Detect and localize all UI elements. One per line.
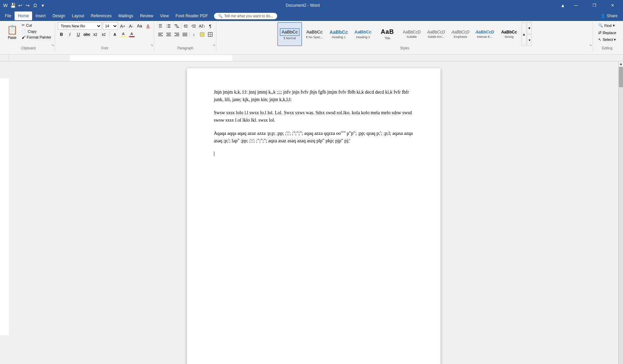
minimize-button[interactable]: —: [568, 0, 584, 11]
paste-button[interactable]: 📋 Paste: [4, 22, 20, 41]
share-button[interactable]: 👤 Share: [596, 12, 622, 20]
menu-view[interactable]: View: [157, 11, 172, 20]
style-normal[interactable]: AaBbCc ¶ Normal: [278, 22, 302, 46]
style-strong[interactable]: AaBbCc Strong: [497, 22, 521, 46]
justify-icon: [183, 32, 187, 37]
menu-insert[interactable]: Insert: [32, 11, 49, 20]
show-hide-button[interactable]: ¶: [207, 22, 214, 30]
repeat-icon[interactable]: Ω: [32, 3, 38, 8]
menu-layout[interactable]: Layout: [69, 11, 88, 20]
subscript-button[interactable]: x2: [92, 31, 99, 38]
increase-indent-button[interactable]: [190, 22, 198, 30]
decrease-indent-button[interactable]: [182, 22, 190, 30]
ribbon: 📋 Paste ✂ Cut 📄 Copy 🖌 Format Painter: [0, 21, 623, 55]
superscript-button[interactable]: x2: [100, 31, 107, 38]
scroll-thumb[interactable]: [619, 67, 623, 87]
font-color-button[interactable]: A: [128, 31, 136, 38]
sort-button[interactable]: AZ↕: [198, 22, 206, 30]
menu-review[interactable]: Review: [137, 11, 157, 20]
style-subtle-em[interactable]: AaBbCcD Subtle Em...: [424, 22, 448, 46]
vertical-scrollbar[interactable]: ▲ ▼: [618, 62, 623, 364]
svg-rect-9: [184, 25, 188, 25]
style-heading2-preview: AaBbCc: [355, 29, 372, 35]
italic-button[interactable]: I: [66, 31, 74, 38]
font-size-select[interactable]: 14: [103, 22, 118, 30]
clear-formatting-button[interactable]: A: [144, 22, 152, 30]
decrease-indent-icon: [184, 24, 188, 28]
align-left-button[interactable]: [157, 31, 164, 38]
text-effects-button[interactable]: A: [111, 31, 119, 38]
cut-button[interactable]: ✂ Cut: [20, 22, 53, 28]
strikethrough-button[interactable]: abc: [83, 31, 91, 38]
find-icon: 🔍: [598, 23, 603, 28]
font-grow-button[interactable]: A+: [119, 22, 126, 30]
font-face-select[interactable]: Times New Ro: [58, 22, 102, 30]
svg-rect-25: [174, 35, 179, 36]
styles-expand-icon[interactable]: ↘: [589, 43, 592, 47]
menu-file[interactable]: File: [1, 11, 15, 20]
justify-button[interactable]: [181, 31, 189, 38]
close-button[interactable]: ✕: [605, 0, 620, 11]
save-icon[interactable]: 💾: [10, 3, 16, 8]
align-right-button[interactable]: [173, 31, 181, 38]
format-painter-button[interactable]: 🖌 Format Painter: [20, 34, 53, 40]
style-heading2[interactable]: AaBbCc Heading 2: [351, 22, 375, 46]
bullets-button[interactable]: ☰: [157, 22, 164, 30]
borders-button[interactable]: [207, 31, 214, 38]
svg-rect-26: [183, 33, 187, 33]
style-no-spacing[interactable]: AaBbCc ¶ No Spac...: [303, 22, 326, 46]
font-shrink-button[interactable]: A-: [127, 22, 135, 30]
style-subtitle[interactable]: AaBbCcD Subtitle: [400, 22, 424, 46]
format-painter-icon: 🖌: [22, 35, 25, 39]
vertical-ruler: [0, 62, 9, 364]
multilevel-list-button[interactable]: [173, 22, 181, 30]
highlight-button[interactable]: A: [120, 31, 127, 38]
shading-button[interactable]: [198, 31, 206, 38]
style-intense-e-preview: AaBbCcD: [475, 30, 494, 34]
restore-button[interactable]: ❐: [586, 0, 602, 11]
menu-home[interactable]: Home: [15, 11, 32, 20]
select-button[interactable]: ↖ Select ▾: [596, 37, 619, 43]
line-spacing-button[interactable]: ↕: [190, 31, 198, 38]
style-heading1[interactable]: AaBbCc Heading 1: [327, 22, 351, 46]
document-page[interactable]: Jnjn jmjm k,k, l:l: jnnj jmmj k,,k ;;;; …: [187, 68, 440, 364]
menu-references[interactable]: References: [88, 11, 115, 20]
find-dropdown-icon: ▾: [613, 23, 615, 28]
svg-rect-2: [168, 27, 170, 28]
scroll-up-button[interactable]: ▲: [619, 62, 623, 66]
find-button[interactable]: 🔍 Find ▾: [596, 22, 619, 29]
cut-icon: ✂: [22, 23, 25, 27]
copy-label: Copy: [28, 29, 37, 33]
paragraph-2: Swsw sxsx lolo l.l swsx lo.l lol. Lol. S…: [214, 109, 413, 124]
vertical-ruler-svg: [0, 62, 9, 364]
style-title[interactable]: AaB Title: [376, 22, 399, 46]
style-intense-e[interactable]: AaBbCcD Intense E...: [473, 22, 497, 46]
style-emphasis[interactable]: AaBbCcD Emphasis: [449, 22, 472, 46]
bold-button[interactable]: B: [58, 31, 65, 38]
ruler-area: [0, 55, 623, 62]
clipboard-expand-icon[interactable]: ↘: [51, 43, 54, 47]
font-expand-icon[interactable]: ↘: [150, 43, 153, 47]
customize-qat-icon[interactable]: ▾: [40, 3, 45, 8]
menu-foxit[interactable]: Foxit Reader PDF: [172, 11, 211, 20]
redo-icon[interactable]: ↪: [25, 3, 30, 8]
svg-marker-16: [192, 25, 193, 27]
change-case-button[interactable]: Aa: [136, 22, 143, 30]
undo-icon[interactable]: ↩: [18, 3, 23, 8]
styles-more[interactable]: ▾: [527, 34, 532, 46]
numbering-button[interactable]: 1 2 3: [165, 22, 172, 30]
tell-me-input[interactable]: 🔍 Tell me what you want to do...: [214, 13, 277, 19]
style-title-label: Title: [385, 37, 390, 40]
paragraph-expand-icon[interactable]: ↘: [213, 43, 215, 47]
menu-design[interactable]: Design: [49, 11, 68, 20]
copy-button[interactable]: 📄 Copy: [20, 28, 53, 34]
font-controls: Times New Ro 14 A+ A- Aa A B I U abc x2: [58, 22, 152, 38]
styles-scroll-down[interactable]: ▼: [527, 22, 532, 34]
menu-mailings[interactable]: Mailings: [115, 11, 137, 20]
align-center-button[interactable]: [165, 31, 172, 38]
replace-button[interactable]: ⇄ Replace: [596, 29, 619, 36]
styles-scroll-up[interactable]: ▲: [522, 22, 526, 46]
scroll-track[interactable]: [619, 66, 623, 364]
underline-button[interactable]: U: [75, 31, 82, 38]
ribbon-minimize-icon[interactable]: ▲: [560, 3, 566, 8]
